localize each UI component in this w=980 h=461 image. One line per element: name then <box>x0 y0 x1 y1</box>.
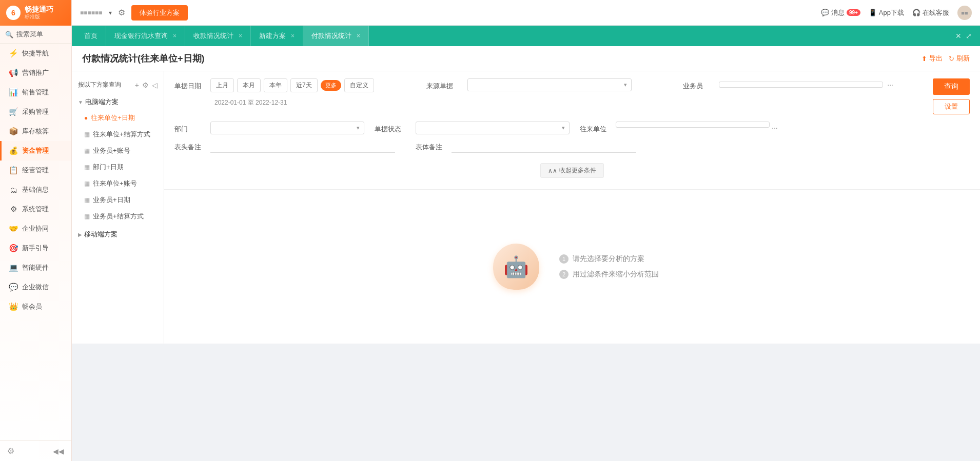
scheme-gear-icon[interactable]: ⚙ <box>142 81 149 89</box>
doc-status-label: 单据状态 <box>375 122 416 134</box>
date-btn-custom[interactable]: 自定义 <box>344 78 374 92</box>
scheme-salesperson-account[interactable]: ▦ 业务员+账号 <box>72 143 164 159</box>
date-btn-this-year[interactable]: 本年 <box>264 78 287 92</box>
sidebar-collapse-icon[interactable]: ◀◀ <box>53 447 64 455</box>
page-header: 付款情况统计(往来单位+日期) ⬆ 导出 ↻ 刷新 <box>72 46 980 71</box>
page-title: 付款情况统计(往来单位+日期) <box>82 52 922 65</box>
window-close-icon[interactable]: ✕ <box>955 32 962 40</box>
basic-info-icon: 🗂 <box>9 186 18 194</box>
sidebar-item-sales[interactable]: 📊 销售管理 <box>0 83 71 102</box>
date-btn-more[interactable]: 更多 <box>321 80 341 91</box>
collapse-row: ∧∧ 收起更多条件 <box>174 159 970 182</box>
refresh-icon: ↻ <box>949 55 954 63</box>
message-icon: 💬 <box>821 9 829 16</box>
sidebar-nav: ⚡ 快捷导航 📢 营销推广 📊 销售管理 🛒 采购管理 📦 库存核算 💰 资金管… <box>0 44 71 440</box>
scheme-unit-settlement[interactable]: ▦ 往来单位+结算方式 <box>72 126 164 143</box>
sidebar-item-guide[interactable]: 🎯 新手引导 <box>0 238 71 258</box>
related-unit-select[interactable] <box>616 122 770 128</box>
page-actions: ⬆ 导出 ↻ 刷新 <box>922 54 970 63</box>
scheme-icon-2: ▦ <box>84 147 90 154</box>
online-service-action[interactable]: 🎧 在线客服 <box>912 8 949 17</box>
date-range-display: 2022-01-01 至 2022-12-31 <box>214 96 287 107</box>
sidebar: 6 畅捷通巧 标准版 🔍 搜索菜单 ⚡ 快捷导航 📢 营销推广 📊 销售管理 🛒… <box>0 0 72 461</box>
sidebar-item-capital[interactable]: 💰 资金管理 <box>0 141 71 161</box>
enterprise-icon: 🤝 <box>9 224 18 233</box>
tab-new-scheme[interactable]: 新建方案 × <box>251 26 303 46</box>
tab-payment-situation[interactable]: 付款情况统计 × <box>303 26 369 46</box>
sidebar-item-weixin[interactable]: 💬 企业微信 <box>0 277 71 297</box>
header-actions: 💬 消息 99+ 📱 App下载 🎧 在线客服 ■■ <box>821 6 972 20</box>
table-header-note-label: 表头备注 <box>174 139 210 152</box>
scheme-header: 按以下方案查询 + ⚙ ◁ <box>72 77 164 94</box>
source-doc-select[interactable]: ▾ <box>467 78 632 91</box>
sidebar-item-marketing[interactable]: 📢 营销推广 <box>0 63 71 83</box>
message-action[interactable]: 💬 消息 99+ <box>821 8 860 17</box>
tab-home[interactable]: 首页 <box>76 26 106 46</box>
tab-payment-stats[interactable]: 收款情况统计 × <box>185 26 251 46</box>
sidebar-item-quick-nav[interactable]: ⚡ 快捷导航 <box>0 44 71 63</box>
scheme-dept-date[interactable]: ▦ 部门+日期 <box>72 159 164 175</box>
trial-button[interactable]: 体验行业方案 <box>131 5 188 21</box>
scheme-add-icon[interactable]: + <box>135 81 139 89</box>
collapse-button[interactable]: ∧∧ 收起更多条件 <box>540 163 604 178</box>
scheme-unit-account[interactable]: ▦ 往来单位+账号 <box>72 175 164 192</box>
export-button[interactable]: ⬆ 导出 <box>922 54 943 63</box>
settings-button[interactable]: 设置 <box>933 99 970 114</box>
sidebar-settings-icon[interactable]: ⚙ <box>7 446 14 456</box>
sidebar-item-purchase[interactable]: 🛒 采购管理 <box>0 102 71 122</box>
tab-close-payment-situation[interactable]: × <box>357 32 360 39</box>
related-unit-ellipsis[interactable]: ··· <box>770 122 780 134</box>
scheme-salesperson-settlement[interactable]: ▦ 业务员+结算方式 <box>72 208 164 225</box>
smart-hw-icon: 💻 <box>9 263 18 272</box>
main-area: ■■■■■■ ▾ ⚙ 体验行业方案 💬 消息 99+ 📱 App下载 🎧 在线客… <box>72 0 980 461</box>
window-maximize-icon[interactable]: ⤢ <box>966 32 972 40</box>
salesperson-control: ··· <box>719 78 925 91</box>
mobile-group-arrow: ▶ <box>78 232 82 237</box>
sidebar-item-inventory[interactable]: 📦 库存核算 <box>0 122 71 141</box>
operation-icon: 📋 <box>9 166 18 175</box>
table-header-note-control <box>210 139 395 153</box>
header-gear-icon[interactable]: ⚙ <box>118 8 125 17</box>
filter-row-3: 表头备注 表体备注 <box>174 139 970 153</box>
date-btn-last-7[interactable]: 近7天 <box>290 78 318 92</box>
tab-close-payment-stats[interactable]: × <box>239 32 242 39</box>
sidebar-search[interactable]: 🔍 搜索菜单 <box>0 26 71 44</box>
filter-panel: 单据日期 上月 本月 本年 近7天 更多 自定义 2022- <box>164 71 980 190</box>
export-icon: ⬆ <box>922 55 927 63</box>
dept-select[interactable]: ▾ <box>210 122 364 134</box>
user-avatar[interactable]: ■■ <box>957 6 972 20</box>
dept-label: 部门 <box>174 122 210 134</box>
source-doc-control: ▾ <box>467 78 673 91</box>
date-btn-this-month[interactable]: 本月 <box>237 78 261 92</box>
salesperson-select[interactable] <box>719 82 883 88</box>
table-header-note-input[interactable] <box>210 139 395 153</box>
sidebar-item-basic-info[interactable]: 🗂 基础信息 <box>0 180 71 199</box>
desktop-scheme-group[interactable]: ▼ 电脑端方案 <box>72 94 164 110</box>
scheme-unit-date[interactable]: ● 往来单位+日期 <box>72 110 164 126</box>
sidebar-item-smart-hw[interactable]: 💻 智能硬件 <box>0 258 71 277</box>
date-btn-last-month[interactable]: 上月 <box>210 78 234 92</box>
sidebar-item-member[interactable]: 👑 畅会员 <box>0 297 71 316</box>
sidebar-item-operation[interactable]: 📋 经营管理 <box>0 161 71 180</box>
inventory-icon: 📦 <box>9 127 18 136</box>
sidebar-item-system[interactable]: ⚙ 系统管理 <box>0 199 71 219</box>
tab-close-bank-flow[interactable]: × <box>173 32 177 39</box>
sidebar-item-enterprise[interactable]: 🤝 企业协同 <box>0 219 71 238</box>
tab-bank-flow[interactable]: 现金银行流水查询 × <box>106 26 185 46</box>
header-company-name: ■■■■■■ <box>80 9 103 16</box>
refresh-button[interactable]: ↻ 刷新 <box>949 54 970 63</box>
mobile-scheme-group[interactable]: ▶ 移动端方案 <box>72 227 164 242</box>
query-button[interactable]: 查询 <box>933 78 970 95</box>
scheme-collapse-icon[interactable]: ◁ <box>152 81 158 89</box>
header-dropdown-icon[interactable]: ▾ <box>109 9 112 16</box>
app-download-action[interactable]: 📱 App下载 <box>869 8 904 17</box>
tab-close-new-scheme[interactable]: × <box>291 32 295 39</box>
table-body-note-input[interactable] <box>452 139 636 153</box>
doc-status-select[interactable]: ▾ <box>416 122 570 134</box>
collapse-icon: ∧∧ <box>548 167 557 174</box>
salesperson-ellipsis[interactable]: ··· <box>885 78 895 91</box>
scheme-icon-1: ▦ <box>84 131 90 138</box>
phone-icon: 📱 <box>869 9 877 16</box>
scheme-salesperson-date[interactable]: ▦ 业务员+日期 <box>72 192 164 208</box>
scheme-icon-5: ▦ <box>84 196 90 204</box>
